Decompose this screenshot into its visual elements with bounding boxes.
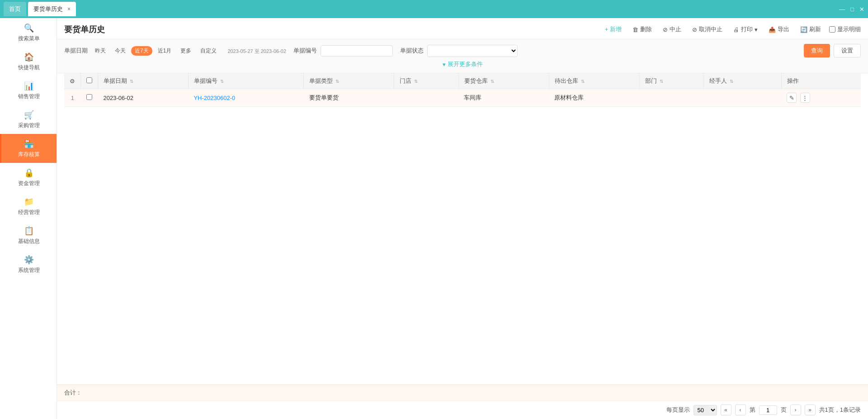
sidebar-item-search-menu[interactable]: 🔍 搜索菜单 bbox=[0, 18, 57, 47]
status-select[interactable] bbox=[427, 45, 518, 57]
first-page-btn[interactable]: « bbox=[721, 405, 731, 415]
sidebar-item-finance[interactable]: 🔒 资金管理 bbox=[0, 163, 57, 192]
sidebar-item-operations[interactable]: 📁 经营管理 bbox=[0, 192, 57, 221]
chip-more[interactable]: 更多 bbox=[177, 46, 195, 56]
table-header-row: ⚙ 单据日期 ⇅ 单据编号 ⇅ 单据类型 bbox=[64, 73, 861, 89]
expand-more-btn[interactable]: ▾ 展开更多条件 bbox=[64, 60, 861, 68]
th-no[interactable]: 单据编号 ⇅ bbox=[188, 73, 304, 89]
sort-req-icon: ⇅ bbox=[491, 79, 494, 84]
refresh-button[interactable]: 🔄 刷新 bbox=[797, 24, 824, 35]
tab-home-label: 首页 bbox=[9, 5, 21, 13]
prev-page-btn[interactable]: ‹ bbox=[735, 405, 746, 415]
sales-icon: 📊 bbox=[24, 81, 34, 91]
th-date[interactable]: 单据日期 ⇅ bbox=[98, 73, 189, 89]
page-size-select[interactable]: 50 20 100 bbox=[693, 405, 717, 415]
last-page-btn[interactable]: » bbox=[805, 405, 816, 415]
row-no: YH-20230602-0 bbox=[188, 89, 304, 107]
footer-summary: 合计： bbox=[57, 385, 868, 400]
expand-icon: ▾ bbox=[443, 61, 446, 68]
th-settings[interactable]: ⚙ bbox=[64, 73, 81, 89]
delete-icon: 🗑 bbox=[632, 26, 638, 33]
basic-info-icon: 📋 bbox=[24, 226, 34, 236]
cancel-stop-icon: ⊘ bbox=[692, 26, 697, 33]
th-operation: 操作 bbox=[781, 73, 861, 89]
stop-label: 中止 bbox=[670, 25, 681, 33]
system-icon: ⚙️ bbox=[24, 255, 34, 265]
sidebar-item-sales[interactable]: 📊 销售管理 bbox=[0, 76, 57, 105]
export-icon: 📤 bbox=[769, 26, 776, 33]
row-checkbox[interactable] bbox=[86, 94, 92, 100]
sort-handler-icon: ⇅ bbox=[730, 79, 733, 84]
maximize-btn[interactable]: □ bbox=[850, 6, 854, 13]
sidebar-item-quick-nav[interactable]: 🏠 快捷导航 bbox=[0, 47, 57, 76]
sort-dept-icon: ⇅ bbox=[660, 79, 663, 84]
sort-no-icon: ⇅ bbox=[220, 79, 224, 84]
stop-button[interactable]: ⊘ 中止 bbox=[660, 24, 684, 35]
display-detail-button[interactable]: 显示明细 bbox=[829, 25, 861, 33]
tab-close-icon[interactable]: × bbox=[67, 6, 71, 12]
th-handler[interactable]: 经手人 ⇅ bbox=[704, 73, 781, 89]
row-more-btn[interactable]: ⋮ bbox=[800, 93, 810, 103]
search-menu-icon: 🔍 bbox=[24, 23, 34, 33]
sidebar-item-purchase[interactable]: 🛒 采购管理 bbox=[0, 105, 57, 134]
th-pending-warehouse[interactable]: 待出仓库 ⇅ bbox=[549, 73, 639, 89]
th-store[interactable]: 门店 ⇅ bbox=[394, 73, 459, 89]
minimize-btn[interactable]: — bbox=[839, 6, 845, 13]
new-button[interactable]: + 新增 bbox=[602, 24, 624, 35]
row-ops: ✎ ⋮ bbox=[781, 89, 861, 107]
page-size-label: 每页显示 bbox=[666, 406, 690, 414]
chip-today[interactable]: 今天 bbox=[111, 46, 129, 56]
sidebar-item-basic-info[interactable]: 📋 基础信息 bbox=[0, 221, 57, 250]
row-no-link[interactable]: YH-20230602-0 bbox=[193, 95, 235, 101]
refresh-icon: 🔄 bbox=[800, 26, 807, 33]
close-btn[interactable]: ✕ bbox=[859, 6, 864, 13]
chip-custom[interactable]: 自定义 bbox=[197, 46, 220, 56]
chip-7days[interactable]: 近7天 bbox=[131, 46, 152, 56]
cancel-stop-label: 取消中止 bbox=[699, 25, 722, 33]
row-edit-btn[interactable]: ✎ bbox=[787, 93, 797, 103]
header-actions: + 新增 🗑 删除 ⊘ 中止 ⊘ 取消中止 🖨 打印 ▾ bbox=[602, 24, 861, 35]
chip-yesterday[interactable]: 昨天 bbox=[91, 46, 109, 56]
export-label: 导出 bbox=[778, 25, 789, 33]
sidebar-purchase-label: 采购管理 bbox=[18, 122, 40, 129]
chip-1month[interactable]: 近1月 bbox=[154, 46, 175, 56]
next-page-btn[interactable]: › bbox=[790, 405, 801, 415]
tab-requisition-history[interactable]: 要货单历史 × bbox=[28, 2, 76, 16]
date-chips: 昨天 今天 近7天 近1月 更多 自定义 bbox=[91, 46, 220, 56]
sidebar-system-label: 系统管理 bbox=[18, 267, 40, 274]
sidebar-quicknav-label: 快捷导航 bbox=[18, 64, 40, 71]
table-wrapper: ⚙ 单据日期 ⇅ 单据编号 ⇅ 单据类型 bbox=[57, 73, 868, 385]
date-filter-group: 单据日期 昨天 今天 近7天 近1月 更多 自定义 2023-05-27 至 2… bbox=[64, 46, 286, 56]
display-detail-checkbox[interactable] bbox=[829, 26, 835, 33]
sidebar-item-system[interactable]: ⚙️ 系统管理 bbox=[0, 250, 57, 279]
sidebar-basicinfo-label: 基础信息 bbox=[18, 238, 40, 245]
filter-buttons: 查询 设置 bbox=[804, 44, 861, 57]
settings-button[interactable]: 设置 bbox=[834, 44, 861, 57]
new-label: + 新增 bbox=[605, 25, 622, 33]
print-button[interactable]: 🖨 打印 ▾ bbox=[731, 24, 760, 35]
delete-button[interactable]: 🗑 删除 bbox=[630, 24, 655, 35]
status-filter-group: 单据状态 bbox=[400, 45, 518, 57]
main-layout: 🔍 搜索菜单 🏠 快捷导航 📊 销售管理 🛒 采购管理 🏪 库存核算 🔒 资金管… bbox=[0, 18, 868, 419]
page-header: 要货单历史 + 新增 🗑 删除 ⊘ 中止 ⊘ 取消中止 🖨 bbox=[57, 18, 868, 35]
row-req-warehouse: 车间库 bbox=[458, 89, 549, 107]
query-button[interactable]: 查询 bbox=[804, 44, 830, 57]
row-pending-warehouse: 原材料仓库 bbox=[549, 89, 639, 107]
select-all-checkbox[interactable] bbox=[86, 77, 92, 83]
row-store bbox=[394, 89, 459, 107]
expand-more-label: 展开更多条件 bbox=[448, 60, 483, 68]
tab-home[interactable]: 首页 bbox=[4, 2, 26, 16]
page-input[interactable] bbox=[759, 405, 777, 415]
sidebar-item-inventory[interactable]: 🏪 库存核算 bbox=[0, 134, 57, 163]
export-button[interactable]: 📤 导出 bbox=[766, 24, 792, 35]
content-area: 要货单历史 + 新增 🗑 删除 ⊘ 中止 ⊘ 取消中止 🖨 bbox=[57, 18, 868, 419]
th-dept[interactable]: 部门 ⇅ bbox=[639, 73, 704, 89]
th-type[interactable]: 单据类型 ⇅ bbox=[304, 73, 394, 89]
date-range-display: 2023-05-27 至 2023-06-02 bbox=[227, 48, 286, 55]
th-req-warehouse[interactable]: 要货仓库 ⇅ bbox=[458, 73, 549, 89]
cancel-stop-button[interactable]: ⊘ 取消中止 bbox=[689, 24, 725, 35]
order-no-filter-group: 单据编号 bbox=[293, 45, 393, 57]
filter-bar: 单据日期 昨天 今天 近7天 近1月 更多 自定义 2023-05-27 至 2… bbox=[57, 39, 868, 73]
order-no-input[interactable] bbox=[321, 45, 393, 57]
sort-store-icon: ⇅ bbox=[414, 79, 418, 84]
